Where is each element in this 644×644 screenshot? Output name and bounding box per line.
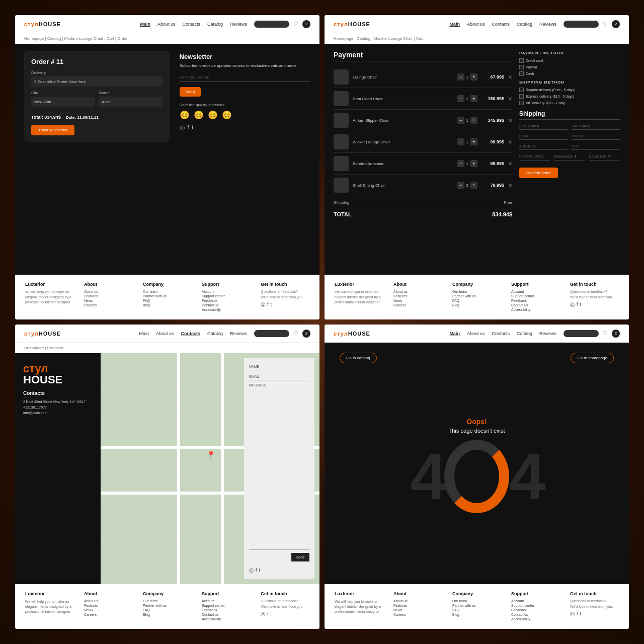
- payment-paypal[interactable]: PayPal: [519, 65, 620, 69]
- footer-link-feedback[interactable]: Feedback: [202, 299, 251, 302]
- cart-delete-4[interactable]: ✕: [508, 161, 512, 167]
- fp-support-0[interactable]: Account: [511, 290, 560, 293]
- footer-link-faq[interactable]: FAQ: [143, 299, 192, 302]
- qty-plus-5[interactable]: +: [470, 182, 477, 189]
- fp-link-0[interactable]: About us: [393, 290, 442, 293]
- fc-fb[interactable]: f: [267, 611, 269, 618]
- qty-minus-5[interactable]: −: [457, 182, 464, 189]
- track-order-button[interactable]: Track your order: [31, 125, 74, 135]
- nav-link-catalog-c[interactable]: Catalog: [207, 331, 223, 336]
- qty-plus-0[interactable]: +: [470, 73, 477, 80]
- nav-link-contacts-e[interactable]: Contacts: [492, 331, 510, 336]
- payment-cash[interactable]: Cash: [519, 71, 620, 76]
- nav-link-contacts-c[interactable]: Contacts: [181, 331, 200, 336]
- last-name-field[interactable]: LAST NAME: [572, 123, 620, 130]
- delivery-input[interactable]: 2 East 42nd Street New York: [31, 76, 163, 87]
- fp-support-3[interactable]: Contact us: [511, 303, 560, 307]
- fe-ig[interactable]: ⓒ: [570, 611, 575, 618]
- qty-plus-3[interactable]: +: [470, 138, 477, 145]
- email-field[interactable]: EMAIL: [519, 133, 568, 140]
- payment-credit-card[interactable]: Credit card: [519, 58, 620, 63]
- emoji-1[interactable]: 😊: [180, 110, 190, 120]
- search-bar[interactable]: [254, 21, 289, 28]
- nav-link-catalog-p[interactable]: Catalog: [517, 22, 532, 27]
- qty-plus-4[interactable]: +: [470, 160, 477, 167]
- nav-link-about[interactable]: About us: [157, 22, 176, 27]
- phone-field[interactable]: PHONE: [572, 133, 620, 140]
- confirm-order-button[interactable]: Confirm order: [519, 168, 558, 178]
- nav-link-contacts-p[interactable]: Contacts: [492, 22, 510, 27]
- footer-tw-p[interactable]: t: [580, 302, 582, 308]
- fp-company-1[interactable]: Partner with us: [452, 294, 501, 298]
- qty-minus-0[interactable]: −: [457, 73, 464, 80]
- checkbox-paypal[interactable]: [519, 65, 524, 69]
- cart-delete-1[interactable]: ✕: [508, 96, 512, 102]
- qty-minus-2[interactable]: −: [457, 117, 464, 124]
- checkbox-regular[interactable]: [519, 88, 524, 92]
- city-input[interactable]: New York: [31, 97, 95, 107]
- shipping-regular[interactable]: Regular delivery (Free - 5 days): [519, 88, 620, 92]
- checkbox-express[interactable]: [519, 94, 524, 99]
- fp-link-2[interactable]: News: [393, 299, 442, 302]
- nav-link-main-e[interactable]: Main: [449, 331, 460, 336]
- fc-tw[interactable]: t: [271, 611, 272, 618]
- footer-fb-p[interactable]: f: [577, 302, 578, 308]
- cart-delete-5[interactable]: ✕: [508, 183, 512, 188]
- search-bar-error[interactable]: [564, 330, 599, 337]
- qty-minus-1[interactable]: −: [457, 95, 464, 102]
- go-to-homepage-button[interactable]: Go to homepage: [571, 353, 614, 363]
- footer-facebook-icon[interactable]: f: [267, 302, 269, 308]
- name-input[interactable]: Alice: [99, 97, 162, 107]
- nav-link-about-p[interactable]: About us: [467, 22, 485, 27]
- address-field[interactable]: ADDRESS: [519, 143, 568, 150]
- contact-email-input[interactable]: EMAIL: [249, 373, 309, 380]
- contact-send-button[interactable]: Send: [291, 553, 309, 561]
- nav-link-main-p[interactable]: Main: [449, 22, 460, 27]
- heart-icon[interactable]: ♡: [293, 21, 298, 27]
- footer-link-accessibility[interactable]: Accessibility: [202, 308, 251, 311]
- footer-ig-p[interactable]: ⓒ: [570, 302, 575, 308]
- instagram-icon[interactable]: ⓒ: [180, 125, 185, 132]
- contact-name-input[interactable]: NAME: [249, 363, 309, 370]
- newsletter-email-input[interactable]: Enter your email: [180, 73, 311, 82]
- footer-link-blog[interactable]: Blog: [143, 303, 192, 307]
- fp-company-2[interactable]: FAQ: [452, 299, 501, 302]
- footer-link-careers[interactable]: Careers: [84, 303, 133, 307]
- footer-link-account[interactable]: Account: [202, 290, 251, 293]
- nav-link-main[interactable]: Main: [140, 22, 150, 27]
- footer-instagram-icon[interactable]: ⓒ: [261, 302, 265, 308]
- contact-fb-icon[interactable]: f: [256, 568, 257, 574]
- province-select[interactable]: PROVINCE ▾: [554, 153, 585, 160]
- nav-link-main-c[interactable]: Main: [139, 331, 149, 336]
- footer-link-features[interactable]: Features: [84, 294, 133, 298]
- shipping-express[interactable]: Express delivery ($10 - 3 days): [519, 94, 620, 99]
- city-field[interactable]: CITY: [572, 143, 620, 150]
- twitter-icon[interactable]: t: [192, 125, 193, 132]
- fe-tw[interactable]: t: [580, 611, 582, 618]
- nav-link-contacts[interactable]: Contacts: [182, 22, 200, 27]
- footer-link-ourteam[interactable]: Our team: [143, 290, 192, 293]
- fp-link-1[interactable]: Features: [393, 294, 442, 298]
- go-to-catalog-button[interactable]: Go to catalog: [340, 353, 377, 363]
- nav-link-catalog[interactable]: Catalog: [207, 22, 223, 27]
- checkbox-cash[interactable]: [519, 71, 524, 76]
- qty-plus-2[interactable]: +: [470, 117, 477, 124]
- heart-icon-payment[interactable]: ♡: [603, 21, 608, 27]
- nav-link-reviews[interactable]: Reviews: [230, 22, 247, 27]
- fp-support-1[interactable]: Support center: [511, 294, 560, 298]
- checkbox-vip[interactable]: [519, 101, 524, 105]
- fp-company-3[interactable]: Blog: [452, 303, 501, 307]
- emoji-2[interactable]: 😊: [194, 110, 204, 120]
- fe-fb[interactable]: f: [577, 611, 578, 618]
- cart-delete-2[interactable]: ✕: [508, 118, 512, 123]
- contact-ig-icon[interactable]: ⓒ: [249, 568, 254, 574]
- heart-icon-contacts[interactable]: ♡: [293, 330, 298, 337]
- footer-link-support[interactable]: Support center: [202, 294, 251, 298]
- footer-link-news[interactable]: News: [84, 299, 133, 302]
- facebook-icon[interactable]: f: [188, 125, 189, 132]
- fp-support-2[interactable]: Feedback: [511, 299, 560, 302]
- newsletter-send-button[interactable]: Send: [180, 87, 201, 97]
- fc-ig[interactable]: ⓒ: [261, 611, 265, 618]
- cart-icon[interactable]: 2: [302, 20, 310, 28]
- contact-tw-icon[interactable]: t: [259, 568, 261, 574]
